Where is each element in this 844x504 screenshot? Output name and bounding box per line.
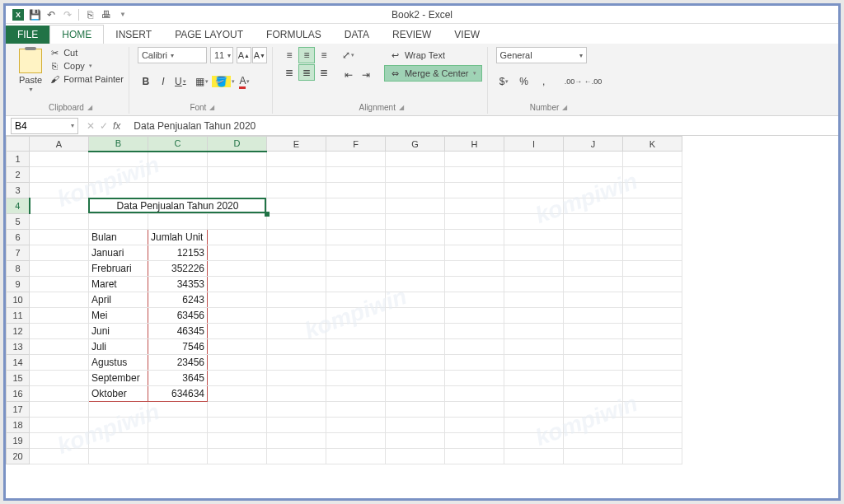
- cell-A19[interactable]: [30, 433, 89, 449]
- cell-A17[interactable]: [30, 402, 89, 418]
- cell-J13[interactable]: [564, 339, 623, 355]
- cell-B20[interactable]: [89, 449, 148, 464]
- cell-K18[interactable]: [623, 418, 682, 433]
- cell-C7[interactable]: 12153: [148, 245, 208, 261]
- cell-E3[interactable]: [267, 183, 326, 198]
- decrease-indent-button[interactable]: ⇤: [340, 67, 357, 83]
- cell-J3[interactable]: [564, 183, 623, 198]
- cell-D8[interactable]: [208, 261, 267, 277]
- cell-E5[interactable]: [267, 214, 326, 230]
- cell-D10[interactable]: [208, 292, 267, 308]
- cell-H4[interactable]: [445, 198, 504, 214]
- cell-H1[interactable]: [445, 152, 504, 167]
- cell-F17[interactable]: [326, 402, 386, 418]
- clipboard-dialog-icon[interactable]: ◢: [87, 104, 92, 111]
- merge-center-button[interactable]: ⇔Merge & Center▾: [384, 65, 482, 82]
- cell-F9[interactable]: [326, 277, 386, 292]
- qat-custom-icon-2[interactable]: 🖶: [101, 9, 112, 21]
- cell-H20[interactable]: [445, 449, 504, 464]
- cell-D19[interactable]: [208, 433, 267, 449]
- cell-K5[interactable]: [623, 214, 682, 230]
- cell-J15[interactable]: [564, 371, 623, 386]
- cell-K13[interactable]: [623, 339, 682, 355]
- cell-A9[interactable]: [30, 277, 89, 292]
- cell-J16[interactable]: [564, 386, 623, 402]
- cell-E16[interactable]: [267, 386, 326, 402]
- cell-G10[interactable]: [386, 292, 445, 308]
- cell-C11[interactable]: 63456: [148, 308, 208, 324]
- cell-D7[interactable]: [208, 245, 267, 261]
- cell-D13[interactable]: [208, 339, 267, 355]
- cell-C3[interactable]: [148, 183, 208, 198]
- cell-C15[interactable]: 3645: [148, 371, 208, 386]
- cell-F16[interactable]: [326, 386, 386, 402]
- row-header-4[interactable]: 4: [7, 198, 30, 214]
- undo-icon[interactable]: ↶: [45, 9, 57, 21]
- cell-K9[interactable]: [623, 277, 682, 292]
- font-name-combo[interactable]: Calibri▾: [138, 47, 207, 63]
- column-header-B[interactable]: B: [89, 137, 148, 152]
- cell-H7[interactable]: [445, 245, 504, 261]
- cell-E12[interactable]: [267, 324, 326, 339]
- column-header-I[interactable]: I: [504, 137, 564, 152]
- cell-D5[interactable]: [208, 214, 267, 230]
- cell-A14[interactable]: [30, 355, 89, 371]
- paste-button[interactable]: Paste ▼: [17, 47, 44, 94]
- cell-I15[interactable]: [504, 371, 564, 386]
- font-color-button[interactable]: A▾: [237, 73, 253, 90]
- row-header-3[interactable]: 3: [7, 183, 30, 198]
- cell-D17[interactable]: [208, 402, 267, 418]
- cell-I6[interactable]: [504, 230, 564, 245]
- cell-G9[interactable]: [386, 277, 445, 292]
- cell-C5[interactable]: [148, 214, 208, 230]
- cell-A3[interactable]: [30, 183, 89, 198]
- cell-K3[interactable]: [623, 183, 682, 198]
- cell-E1[interactable]: [267, 152, 326, 167]
- cell-H6[interactable]: [445, 230, 504, 245]
- cell-K1[interactable]: [623, 152, 682, 167]
- cell-H19[interactable]: [445, 433, 504, 449]
- row-header-8[interactable]: 8: [7, 261, 30, 277]
- cell-G7[interactable]: [386, 245, 445, 261]
- cell-H9[interactable]: [445, 277, 504, 292]
- format-painter-button[interactable]: 🖌Format Painter: [49, 73, 124, 85]
- cell-C6[interactable]: Jumlah Unit: [148, 230, 208, 245]
- cell-G17[interactable]: [386, 402, 445, 418]
- column-header-J[interactable]: J: [564, 137, 623, 152]
- cell-I12[interactable]: [504, 324, 564, 339]
- cell-D15[interactable]: [208, 371, 267, 386]
- row-header-20[interactable]: 20: [7, 449, 30, 464]
- cell-I9[interactable]: [504, 277, 564, 292]
- cell-J8[interactable]: [564, 261, 623, 277]
- tab-file[interactable]: FILE: [6, 26, 49, 44]
- row-header-2[interactable]: 2: [7, 167, 30, 183]
- cell-J20[interactable]: [564, 449, 623, 464]
- cell-A2[interactable]: [30, 167, 89, 183]
- cell-I4[interactable]: [504, 198, 564, 214]
- cell-K19[interactable]: [623, 433, 682, 449]
- align-top-button[interactable]: ≡: [281, 47, 298, 63]
- cell-G6[interactable]: [386, 230, 445, 245]
- column-header-D[interactable]: D: [208, 137, 267, 152]
- cell-F1[interactable]: [326, 152, 386, 167]
- number-dialog-icon[interactable]: ◢: [562, 104, 567, 111]
- cell-E8[interactable]: [267, 261, 326, 277]
- cell-H12[interactable]: [445, 324, 504, 339]
- cell-J12[interactable]: [564, 324, 623, 339]
- cell-G8[interactable]: [386, 261, 445, 277]
- column-header-G[interactable]: G: [386, 137, 445, 152]
- row-header-12[interactable]: 12: [7, 324, 30, 339]
- tab-view[interactable]: VIEW: [443, 26, 491, 44]
- cell-I3[interactable]: [504, 183, 564, 198]
- cell-E9[interactable]: [267, 277, 326, 292]
- cell-K14[interactable]: [623, 355, 682, 371]
- cell-K2[interactable]: [623, 167, 682, 183]
- row-header-15[interactable]: 15: [7, 371, 30, 386]
- cell-B16[interactable]: Oktober: [89, 386, 148, 402]
- cell-J10[interactable]: [564, 292, 623, 308]
- cell-I17[interactable]: [504, 402, 564, 418]
- comma-button[interactable]: ,: [536, 73, 552, 90]
- cell-B1[interactable]: [89, 152, 148, 167]
- cell-G1[interactable]: [386, 152, 445, 167]
- cell-G2[interactable]: [386, 167, 445, 183]
